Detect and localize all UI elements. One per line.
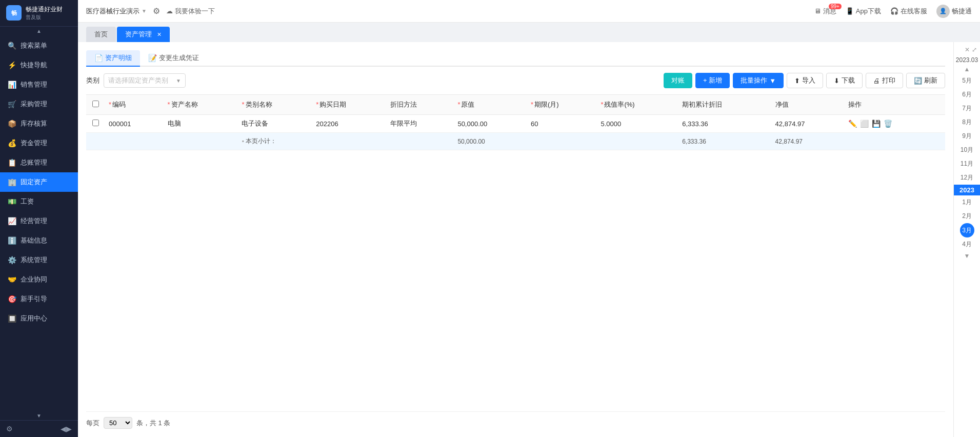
month-4[interactable]: 4月 [954, 237, 980, 251]
sidebar-item-operations[interactable]: 📈 经营管理 [0, 211, 78, 231]
app-download-button[interactable]: 📱 App下载 [846, 7, 881, 16]
sidebar-item-enterprise[interactable]: 🤝 企业协同 [0, 270, 78, 289]
sub-tab-change-voucher[interactable]: 📝 变更生成凭证 [140, 50, 207, 67]
col-accumulated-depreciation: 期初累计折旧 [678, 95, 771, 115]
sidebar-item-guide[interactable]: 🎯 新手引导 [0, 289, 78, 309]
refresh-icon: 🔄 [914, 77, 922, 85]
month-8[interactable]: 8月 [954, 115, 980, 129]
reconcile-button[interactable]: 对账 [664, 73, 692, 88]
company-name: 医疗器械行业演示 [86, 7, 139, 16]
per-page-select[interactable]: 50 100 200 [104, 417, 132, 429]
message-button[interactable]: 🖥 消息 99+ [814, 7, 836, 16]
collapse-icon[interactable]: ◀▶ [61, 425, 72, 433]
sidebar-item-inventory[interactable]: 📦 库存核算 [0, 114, 78, 133]
print-button[interactable]: 🖨 打印 [866, 73, 903, 88]
handshake-icon: 🤝 [7, 275, 16, 284]
tab-home[interactable]: 首页 [86, 27, 116, 42]
month-12[interactable]: 12月 [954, 171, 980, 185]
panel-down-arrow[interactable]: ▼ [954, 251, 980, 261]
online-service-button[interactable]: 🎧 在线客服 [890, 7, 927, 16]
total-label: 条，共 1 条 [136, 419, 170, 428]
delete-icon[interactable]: 🗑️ [884, 120, 892, 128]
cell-purchase-date: 202206 [312, 115, 386, 133]
month-9[interactable]: 9月 [954, 129, 980, 143]
user-menu[interactable]: 👤 畅捷通 [936, 5, 972, 18]
sidebar-scroll-down[interactable]: ▼ [0, 411, 78, 420]
month-7[interactable]: 7月 [954, 102, 980, 115]
sidebar-item-label: 库存核算 [21, 119, 47, 128]
panel-up-arrow[interactable]: ▲ [954, 65, 980, 74]
table-container: *编码 *资产名称 *类别名称 *购买日期 折旧方法 *原值 *期限(月) *残… [86, 94, 945, 411]
right-panel-close-icon[interactable]: ✕ [965, 46, 970, 53]
subtotal-empty6 [596, 133, 678, 150]
sidebar-item-ledger[interactable]: 📋 总账管理 [0, 153, 78, 172]
sidebar-item-label: 新手引导 [21, 294, 47, 304]
month-5[interactable]: 5月 [954, 74, 980, 88]
sidebar-item-quick-nav[interactable]: ⚡ 快捷导航 [0, 55, 78, 75]
lightning-icon: ⚡ [7, 61, 16, 70]
sidebar-item-label: 经营管理 [21, 216, 47, 226]
sidebar-item-label: 采购管理 [21, 100, 47, 109]
avatar-icon: 👤 [939, 8, 947, 14]
logo-sub: 普及版 [26, 14, 63, 21]
company-selector[interactable]: 医疗器械行业演示 ▼ [86, 7, 147, 16]
filter-arrow-icon: ▼ [176, 78, 181, 84]
message-badge: 99+ [829, 4, 842, 9]
category-select[interactable]: 请选择固定资产类别 ▼ [104, 73, 186, 88]
cloud-icon: ☁ [166, 7, 173, 15]
edit-icon[interactable]: ✏️ [848, 120, 857, 128]
experience-button[interactable]: ☁ 我要体验一下 [166, 7, 215, 16]
refresh-button[interactable]: 🔄 刷新 [906, 73, 945, 88]
tab-asset-management[interactable]: 资产管理 ✕ [117, 27, 170, 42]
col-purchase-date: *购买日期 [312, 95, 386, 115]
sidebar-item-sales[interactable]: 📊 销售管理 [0, 75, 78, 94]
row-checkbox[interactable] [92, 120, 99, 126]
month-6[interactable]: 6月 [954, 88, 980, 102]
new-button[interactable]: + 新增 [695, 73, 730, 88]
settings-gear-icon[interactable]: ⚙ [153, 6, 160, 16]
category-placeholder: 请选择固定资产类别 [108, 76, 168, 85]
sidebar-item-system[interactable]: ⚙️ 系统管理 [0, 250, 78, 270]
sidebar-item-search[interactable]: 🔍 搜索菜单 [0, 36, 78, 55]
save-icon[interactable]: 💾 [872, 120, 881, 128]
right-panel: ✕ ⤢ 2023.03 ▲ 5月 6月 7月 8月 9月 10月 11月 12月… [953, 42, 980, 437]
right-panel-expand-icon[interactable]: ⤢ [972, 46, 977, 53]
sidebar-item-salary[interactable]: 💵 工资 [0, 192, 78, 211]
sidebar-item-basic-info[interactable]: ℹ️ 基础信息 [0, 231, 78, 250]
settings-icon[interactable]: ⚙ [6, 425, 13, 433]
sidebar-scroll-up[interactable]: ▲ [0, 27, 78, 36]
topbar-left: 医疗器械行业演示 ▼ ⚙ ☁ 我要体验一下 [86, 6, 215, 16]
copy-icon[interactable]: ⬜ [860, 120, 869, 128]
month-10[interactable]: 10月 [954, 143, 980, 157]
batch-arrow-icon: ▼ [769, 77, 776, 85]
sub-tab-asset-detail[interactable]: 📄 资产明细 [86, 50, 140, 67]
box-icon: 📦 [7, 119, 16, 128]
col-net-value: 净值 [771, 95, 845, 115]
month-3-current[interactable]: 3月 [960, 223, 974, 237]
subtotal-row: ▪ 本页小计： 50,000.00 6,333.36 42,874.97 [86, 133, 945, 150]
select-all-checkbox[interactable] [92, 101, 99, 107]
cell-residual-rate: 5.0000 [596, 115, 678, 133]
sidebar-item-fixed-assets[interactable]: 🏢 固定资产 [0, 172, 78, 192]
detail-icon: 📄 [94, 54, 103, 62]
import-button[interactable]: ⬆ 导入 [787, 73, 823, 88]
chart-icon: 📊 [7, 80, 16, 89]
month-1[interactable]: 1月 [954, 195, 980, 209]
guide-icon: 🎯 [7, 294, 16, 304]
sidebar-item-purchase[interactable]: 🛒 采购管理 [0, 94, 78, 114]
batch-button[interactable]: 批量操作 ▼ [733, 73, 784, 88]
sidebar: 畅 畅捷通好业财 普及版 ▲ 🔍 搜索菜单 ⚡ 快捷导航 📊 销售管理 🛒 采购… [0, 0, 78, 437]
sidebar-item-app-center[interactable]: 🔲 应用中心 [0, 309, 78, 328]
subtotal-empty4 [386, 133, 453, 150]
salary-icon: 💵 [7, 197, 16, 206]
logo-abbr: 畅 [11, 9, 17, 17]
tab-close-icon[interactable]: ✕ [157, 31, 162, 37]
sidebar-item-fund[interactable]: 💰 资金管理 [0, 133, 78, 153]
month-2[interactable]: 2月 [954, 209, 980, 223]
toolbar-left: 类别 请选择固定资产类别 ▼ [86, 73, 186, 88]
ledger-icon: 📋 [7, 158, 16, 167]
download-button[interactable]: ⬇ 下载 [826, 73, 863, 88]
per-page-label: 每页 [86, 419, 99, 428]
sidebar-item-label: 快捷导航 [21, 61, 47, 70]
month-11[interactable]: 11月 [954, 157, 980, 171]
